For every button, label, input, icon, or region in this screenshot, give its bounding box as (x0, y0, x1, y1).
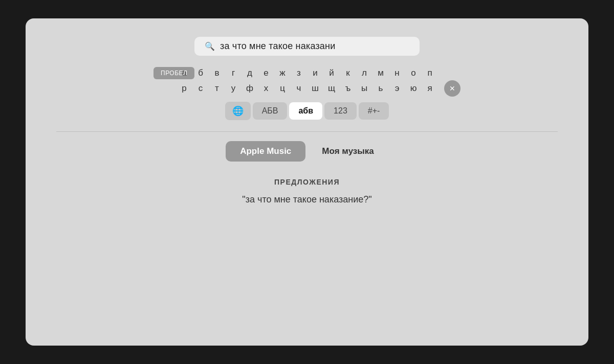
key-з[interactable]: з (294, 68, 303, 78)
tab-apple-music[interactable]: Apple Music (226, 141, 305, 162)
key-я[interactable]: я (425, 83, 434, 94)
key-ч[interactable]: ч (294, 83, 303, 94)
key-п[interactable]: п (425, 68, 434, 78)
key-в[interactable]: в (212, 68, 222, 78)
key-с[interactable]: с (196, 83, 205, 94)
space-key[interactable]: ПРОБЕЛ (154, 67, 194, 79)
key-ю[interactable]: ю (409, 83, 418, 94)
tab-my-music[interactable]: Моя музыка (308, 141, 388, 162)
key-ж[interactable]: ж (278, 68, 287, 78)
key-ы[interactable]: ы (360, 83, 369, 94)
mode-emoji-btn[interactable]: 🌐 (225, 102, 251, 120)
key-е[interactable]: е (261, 68, 271, 78)
mode-selector: 🌐 АБВ абв 123 #+- (225, 102, 389, 120)
mode-special-btn[interactable]: #+- (359, 102, 389, 120)
search-query: за что мне такое наказани (220, 41, 335, 52)
key-м[interactable]: м (376, 68, 385, 78)
key-э[interactable]: э (392, 83, 402, 94)
key-л[interactable]: л (360, 68, 369, 78)
search-bar[interactable]: 🔍 за что мне такое наказани (194, 37, 420, 56)
key-й[interactable]: й (327, 68, 336, 78)
mode-numbers-btn[interactable]: 123 (324, 102, 357, 120)
mode-upper-btn[interactable]: АБВ (253, 102, 288, 120)
divider (56, 131, 558, 132)
search-icon: 🔍 (205, 41, 215, 51)
key-ш[interactable]: ш (311, 83, 320, 94)
mode-lower-btn[interactable]: абв (289, 102, 322, 120)
key-ц[interactable]: ц (278, 83, 287, 94)
suggestions-area: ПРЕДЛОЖЕНИЯ "за что мне такое наказание?… (56, 178, 558, 205)
key-г[interactable]: г (229, 68, 238, 78)
key-ь[interactable]: ь (376, 83, 385, 94)
key-к[interactable]: к (343, 68, 353, 78)
key-р[interactable]: р (180, 83, 189, 94)
delete-icon: ✕ (449, 84, 455, 93)
delete-key[interactable]: ✕ (444, 80, 461, 97)
key-х[interactable]: х (261, 83, 271, 94)
key-о[interactable]: о (409, 68, 418, 78)
suggestion-item[interactable]: "за что мне такое наказание?" (56, 194, 558, 205)
key-и[interactable]: и (311, 68, 320, 78)
key-т[interactable]: т (212, 83, 222, 94)
tv-screen: 🔍 за что мне такое наказани ПРОБЕЛ а б в… (26, 18, 588, 346)
key-щ[interactable]: щ (327, 83, 336, 94)
keyboard-row-2: р с т у ф х ц ч ш щ ъ ы ь э ю я ✕ (154, 83, 461, 94)
tab-row: Apple Music Моя музыка (226, 141, 388, 162)
key-ъ[interactable]: ъ (343, 83, 353, 94)
keyboard-row-1: ПРОБЕЛ а б в г д е ж з и й к л м н о п (154, 68, 461, 78)
key-б[interactable]: б (196, 68, 205, 78)
keyboard: ПРОБЕЛ а б в г д е ж з и й к л м н о п р… (154, 68, 461, 120)
key-д[interactable]: д (245, 68, 254, 78)
suggestions-title: ПРЕДЛОЖЕНИЯ (56, 178, 558, 186)
key-у[interactable]: у (229, 83, 238, 94)
key-ф[interactable]: ф (245, 83, 254, 94)
key-н[interactable]: н (392, 68, 402, 78)
